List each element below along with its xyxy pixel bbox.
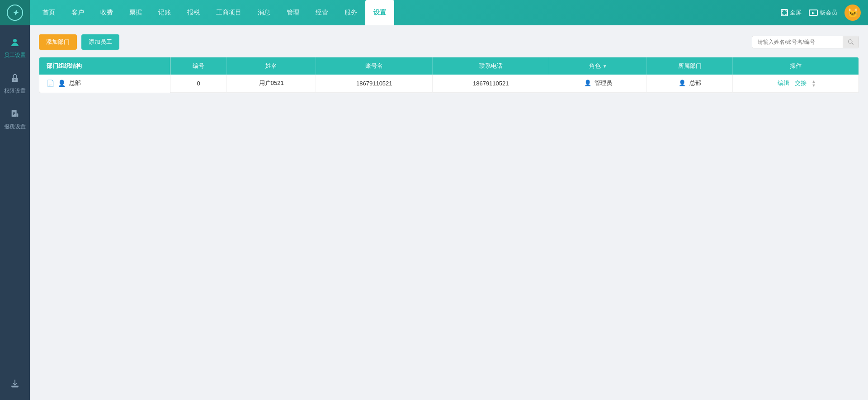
cell-account: 18679110521	[316, 75, 433, 92]
employee-table: 编号 姓名 账号名 联系电话 角色 ▼ 所属部门 操作	[170, 57, 859, 93]
role-person-icon: 👤	[584, 80, 591, 86]
dept-tree-item-0[interactable]: 📄 👤 总部	[39, 75, 170, 92]
fullscreen-button[interactable]: 全屏	[781, 9, 802, 17]
add-dept-button[interactable]: 添加部门	[39, 34, 77, 50]
dept-person-icon-row: 👤	[679, 80, 686, 86]
search-input[interactable]	[752, 36, 843, 48]
sidebar-tax-label: 报税设置	[4, 123, 26, 131]
cell-dept: 👤 总部	[647, 75, 733, 92]
fullscreen-icon	[781, 9, 788, 16]
search-button[interactable]	[843, 36, 859, 48]
nav-item-bookkeeping[interactable]: 记账	[150, 0, 179, 25]
scroll-down-arrow[interactable]: ▼	[811, 84, 816, 88]
table-area: 编号 姓名 账号名 联系电话 角色 ▼ 所属部门 操作	[170, 57, 859, 93]
add-employee-button[interactable]: 添加员工	[81, 34, 119, 50]
nav-items: 首页 客户 收费 票据 记账 报税 工商项目 消息 管理 经营 服务 设置	[30, 0, 781, 25]
dept-tree: 部门组织结构 📄 👤 总部	[39, 57, 170, 93]
person-icon	[9, 36, 21, 49]
nav-item-customer[interactable]: 客户	[63, 0, 92, 25]
cell-phone: 18679110521	[433, 75, 549, 92]
scroll-col: ▲ ▼	[811, 80, 816, 88]
sidebar-item-permission-settings[interactable]: 权限设置	[0, 66, 30, 101]
sidebar-permission-label: 权限设置	[4, 87, 26, 95]
sidebar-item-tax-settings[interactable]: 报税设置	[0, 101, 30, 137]
fullscreen-label: 全屏	[790, 9, 802, 17]
logo-icon: ✦	[7, 5, 23, 21]
cell-actions: 编辑 交接 ▲ ▼	[733, 75, 859, 92]
dept-tree-header: 部门组织结构	[39, 57, 170, 75]
th-account: 账号名	[316, 57, 433, 75]
th-dept: 所属部门	[647, 57, 733, 75]
table-row: 0 用户0521 18679110521 18679110521 👤 管理员 👤…	[170, 75, 859, 92]
vip-label: 畅会员	[820, 9, 837, 17]
main-content: 添加部门 添加员工 部门组织结构 📄 👤 总部	[30, 25, 868, 400]
th-name: 姓名	[227, 57, 316, 75]
sidebar-bottom-item[interactable]	[0, 372, 30, 395]
nav-item-tax[interactable]: 报税	[179, 0, 208, 25]
lock-icon	[9, 72, 21, 85]
role-filter-icon[interactable]: ▼	[603, 64, 607, 69]
vip-button[interactable]: ▶ 畅会员	[809, 9, 837, 17]
nav-item-bills[interactable]: 票据	[121, 0, 150, 25]
svg-rect-8	[12, 386, 19, 388]
nav-item-operation[interactable]: 经营	[307, 0, 336, 25]
th-action: 操作	[733, 57, 859, 75]
sidebar-employee-label: 员工设置	[4, 52, 26, 59]
svg-point-0	[13, 39, 17, 42]
file-icon: 📄	[47, 80, 54, 87]
search-icon	[848, 39, 854, 45]
svg-point-2	[14, 79, 16, 80]
nav-item-home[interactable]: 首页	[34, 0, 63, 25]
sidebar: 员工设置 权限设置 报税设置	[0, 25, 30, 400]
toolbar: 添加部门 添加员工	[39, 34, 859, 50]
nav-item-service[interactable]: 服务	[336, 0, 365, 25]
svg-line-10	[852, 43, 853, 44]
nav-item-management[interactable]: 管理	[278, 0, 307, 25]
logo: ✦	[0, 0, 30, 25]
edit-action[interactable]: 编辑	[778, 80, 789, 86]
cell-role: 👤 管理员	[549, 75, 647, 92]
nav-right: 全屏 ▶ 畅会员 🐱	[781, 5, 868, 21]
nav-item-charge[interactable]: 收费	[92, 0, 121, 25]
dept-name-general: 总部	[69, 79, 81, 87]
nav-item-message[interactable]: 消息	[250, 0, 278, 25]
svg-rect-4	[17, 113, 19, 117]
th-phone: 联系电话	[433, 57, 549, 75]
transfer-action[interactable]: 交接	[795, 80, 807, 86]
sidebar-item-employee-settings[interactable]: 员工设置	[0, 30, 30, 66]
vip-icon: ▶	[809, 9, 818, 16]
user-avatar[interactable]: 🐱	[844, 5, 861, 21]
content-area: 部门组织结构 📄 👤 总部 编号 姓名 账号名 联系电话	[39, 57, 859, 93]
top-nav: ✦ 首页 客户 收费 票据 记账 报税 工商项目 消息 管理 经营 服务 设置 …	[0, 0, 868, 25]
th-id: 编号	[170, 57, 227, 75]
cell-name: 用户0521	[227, 75, 316, 92]
cell-id: 0	[170, 75, 227, 92]
search-box	[752, 36, 859, 48]
tax-icon	[9, 108, 21, 120]
dept-person-icon: 👤	[58, 80, 66, 87]
th-role: 角色 ▼	[549, 57, 647, 75]
nav-item-bizproject[interactable]: 工商项目	[208, 0, 250, 25]
download-icon	[9, 377, 21, 390]
table-header-row: 编号 姓名 账号名 联系电话 角色 ▼ 所属部门 操作	[170, 57, 859, 75]
nav-item-settings[interactable]: 设置	[365, 0, 394, 25]
